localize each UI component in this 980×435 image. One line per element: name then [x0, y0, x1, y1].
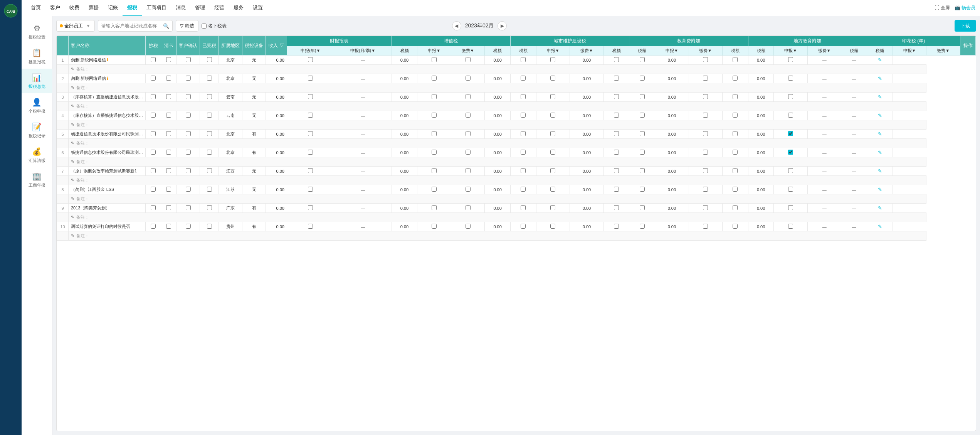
- annual-declare-cell[interactable]: [287, 222, 334, 231]
- chaosui-checkbox[interactable]: [151, 76, 156, 81]
- teal-checkbox[interactable]: [788, 150, 793, 155]
- edu-pay-cell[interactable]: [629, 56, 655, 65]
- stamp-declare-cell[interactable]: [774, 111, 807, 120]
- confirm-checkbox[interactable]: [186, 187, 191, 192]
- completed-cell[interactable]: [200, 185, 219, 194]
- local-declare-cell[interactable]: [689, 185, 722, 194]
- qingka-checkbox[interactable]: [166, 205, 171, 210]
- vat-declare-cb[interactable]: [432, 168, 437, 173]
- qingka-cell[interactable]: [161, 130, 177, 139]
- empty-checkbox[interactable]: [788, 113, 793, 118]
- annual-declare-cb[interactable]: [308, 224, 313, 229]
- completed-checkbox[interactable]: [207, 76, 212, 81]
- vat-declare-cell[interactable]: [417, 111, 451, 120]
- edit-icon[interactable]: ✎: [878, 168, 882, 174]
- confirm-checkbox[interactable]: [186, 57, 191, 62]
- vat-pay-cell[interactable]: [451, 111, 484, 120]
- edit-icon[interactable]: ✎: [878, 187, 882, 192]
- qingka-checkbox[interactable]: [166, 113, 171, 118]
- local-pay-cell[interactable]: [723, 74, 748, 83]
- edu-pay-cb[interactable]: [640, 131, 645, 136]
- vat-pay-cell[interactable]: [451, 74, 484, 83]
- warning-icon[interactable]: ℹ: [144, 150, 145, 155]
- local-declare-cb[interactable]: [703, 57, 708, 62]
- local-declare-cb[interactable]: [703, 76, 708, 81]
- fullscreen-btn[interactable]: ⛶ 全屏: [935, 5, 950, 11]
- annual-declare-cell[interactable]: [287, 130, 334, 139]
- vat-pay-cell[interactable]: [451, 130, 484, 139]
- edu-pay-cell[interactable]: [629, 74, 655, 83]
- chaosui-checkbox[interactable]: [151, 168, 156, 173]
- annual-declare-cell[interactable]: [287, 167, 334, 176]
- qingka-cell[interactable]: [161, 167, 177, 176]
- edu-declare-cell[interactable]: [603, 111, 629, 120]
- th-vat-pay[interactable]: 缴费▼: [451, 46, 484, 56]
- qingka-checkbox[interactable]: [166, 76, 171, 81]
- th-local-pay[interactable]: 缴费▼: [807, 46, 841, 56]
- empty-checkbox[interactable]: [788, 76, 793, 81]
- city-declare-cb[interactable]: [521, 205, 526, 210]
- edu-declare-cell[interactable]: [603, 204, 629, 213]
- edu-pay-cell[interactable]: [629, 222, 655, 231]
- sub-sidebar-tax-overview[interactable]: 📊 报税总览: [22, 69, 52, 93]
- city-pay-cell[interactable]: [536, 222, 570, 231]
- edu-pay-cb[interactable]: [640, 187, 645, 192]
- local-declare-cell[interactable]: [689, 148, 722, 157]
- confirm-cell[interactable]: [177, 167, 200, 176]
- edit-icon[interactable]: ✎: [878, 57, 882, 63]
- action-cell[interactable]: ✎: [867, 204, 893, 213]
- confirm-cell[interactable]: [177, 222, 200, 231]
- warning-icon[interactable]: ℹ: [107, 76, 108, 81]
- annual-declare-cb[interactable]: [308, 168, 313, 173]
- nav-message[interactable]: 消息: [171, 0, 190, 16]
- vat-declare-cb[interactable]: [432, 113, 437, 118]
- nav-commerce[interactable]: 工商项目: [142, 0, 171, 16]
- vat-declare-cb[interactable]: [432, 131, 437, 136]
- edu-declare-cb[interactable]: [614, 76, 619, 81]
- stamp-declare-cell[interactable]: [774, 204, 807, 213]
- local-pay-cb[interactable]: [733, 94, 738, 99]
- edu-declare-cell[interactable]: [603, 74, 629, 83]
- local-declare-cb[interactable]: [703, 150, 708, 155]
- nav-customer[interactable]: 客户: [45, 0, 65, 16]
- city-declare-cb[interactable]: [521, 113, 526, 118]
- nav-business[interactable]: 经营: [210, 0, 229, 16]
- completed-cell[interactable]: [200, 56, 219, 65]
- chaosui-cell[interactable]: [146, 56, 161, 65]
- vat-pay-cb[interactable]: [466, 113, 471, 118]
- city-pay-cell[interactable]: [536, 130, 570, 139]
- th-city-declare[interactable]: 申报▼: [536, 46, 570, 56]
- local-declare-cell[interactable]: [689, 130, 722, 139]
- nav-home[interactable]: 首页: [26, 0, 45, 16]
- chaosui-cell[interactable]: [146, 185, 161, 194]
- chaosui-cell[interactable]: [146, 148, 161, 157]
- edu-declare-cell[interactable]: [603, 222, 629, 231]
- note-content[interactable]: ✎ 备注：: [69, 65, 926, 74]
- confirm-cell[interactable]: [177, 56, 200, 65]
- empty-checkbox[interactable]: [788, 205, 793, 210]
- vat-declare-cb[interactable]: [432, 76, 437, 81]
- note-content[interactable]: ✎ 备注：: [69, 194, 926, 204]
- local-pay-cell[interactable]: [723, 148, 748, 157]
- local-pay-cb[interactable]: [733, 57, 738, 62]
- action-cell[interactable]: ✎: [867, 130, 893, 139]
- stamp-declare-cell[interactable]: [774, 56, 807, 65]
- edu-declare-cb[interactable]: [614, 187, 619, 192]
- local-pay-cell[interactable]: [723, 111, 748, 120]
- local-declare-cb[interactable]: [703, 113, 708, 118]
- vat-declare-cb[interactable]: [432, 187, 437, 192]
- stamp-declare-cell[interactable]: [774, 93, 807, 102]
- vat-pay-cb[interactable]: [466, 150, 471, 155]
- sub-sidebar-annual-report[interactable]: 🏢 工商年报: [22, 167, 52, 192]
- vat-declare-cb[interactable]: [432, 94, 437, 99]
- local-declare-cell[interactable]: [689, 56, 722, 65]
- city-declare-cell[interactable]: [511, 74, 536, 83]
- vat-pay-cell[interactable]: [451, 167, 484, 176]
- stamp-declare-cell[interactable]: [774, 222, 807, 231]
- th-monthly[interactable]: 申报(月/季)▼: [334, 46, 392, 56]
- completed-checkbox[interactable]: [207, 57, 212, 62]
- prev-page-btn[interactable]: ◀: [452, 21, 461, 30]
- annual-declare-cb[interactable]: [308, 113, 313, 118]
- edit-icon[interactable]: ✎: [878, 224, 882, 229]
- city-pay-cb[interactable]: [550, 94, 555, 99]
